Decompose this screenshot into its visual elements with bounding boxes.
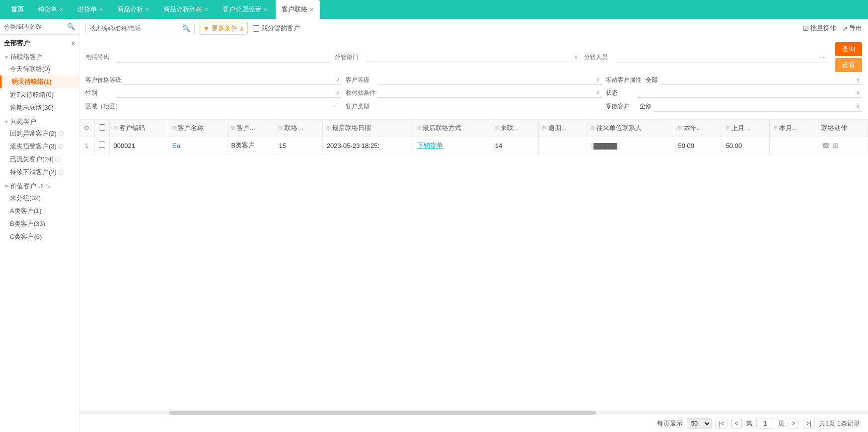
col-overdue[interactable]: ≡ 逾期...	[539, 120, 586, 137]
sidebar-churned[interactable]: 已流失客户(24) ⓘ	[0, 153, 79, 166]
phone-input[interactable]	[117, 52, 331, 63]
gender-select[interactable]: ∨	[117, 88, 342, 98]
more-conditions-btn[interactable]: ▼ 更多条件 ∧	[200, 22, 248, 35]
last-page-btn[interactable]: >|	[803, 419, 815, 429]
toolbar-row: 🔍 ▼ 更多条件 ∧ 我分管的客户 ☑ 批量操作 ↗ 导出	[79, 19, 868, 38]
nav-customer-contact[interactable]: 客户联络 ✕	[276, 0, 320, 19]
value-customers-group[interactable]: ▼ 价值客户 ↺ ✎	[0, 179, 79, 192]
price-level-select[interactable]: ∨	[123, 75, 342, 85]
problem-customers-group[interactable]: ▼ 问题客户	[0, 114, 79, 127]
search-submit-icon[interactable]: 🔍	[182, 25, 190, 32]
nav-customer-tier[interactable]: 客户分层经营 ✕	[217, 0, 274, 19]
sidebar-today-contact[interactable]: 今天待联络(0)	[0, 63, 79, 75]
prev-page-btn[interactable]: <	[731, 419, 742, 429]
sidebar-week-contact[interactable]: 近7天待联络(0)	[0, 88, 79, 101]
pending-contact-group[interactable]: ▼ 待联络客户	[0, 50, 79, 63]
col-this-month-label: ≡ 本月...	[774, 124, 797, 132]
page-input[interactable]	[756, 419, 774, 429]
my-customers-checkbox[interactable]	[253, 25, 259, 32]
sidebar-churn-warning[interactable]: 流失预警客户(3) ⓘ	[0, 140, 79, 153]
my-customers-checkbox-wrap[interactable]: 我分管的客户	[253, 24, 300, 33]
col-this-month[interactable]: ≡ 本月...	[769, 120, 817, 137]
nav-customer-tier-close[interactable]: ✕	[263, 6, 268, 13]
col-last-month[interactable]: ≡ 上月...	[722, 120, 769, 137]
customer-level-select[interactable]: ∨	[377, 75, 602, 85]
sidebar-type-a[interactable]: A类客户(1)	[0, 205, 79, 217]
col-unit-contact[interactable]: ≡ 往来单位联系人	[586, 120, 674, 137]
col-code[interactable]: ≡ 客户编码	[109, 120, 168, 137]
col-type[interactable]: ≡ 客户...	[227, 120, 275, 137]
sidebar-collapse-btn[interactable]: «	[72, 40, 75, 47]
row-not-contacted: 14	[491, 137, 539, 154]
nav-sales-close[interactable]: ✕	[59, 6, 64, 13]
phone-action-icon[interactable]: ☎	[821, 142, 830, 149]
sidebar-search-input[interactable]	[4, 23, 65, 30]
nav-sales[interactable]: 销货单 ✕	[32, 0, 70, 19]
search-input-wrap: 🔍	[85, 23, 195, 34]
action-icons-wrap: ☎ ⊞	[821, 142, 864, 149]
tomorrow-contact-label: 明天待联络(1)	[11, 78, 52, 85]
col-settings[interactable]: ⚙	[79, 120, 94, 137]
nav-customer-contact-close[interactable]: ✕	[309, 6, 314, 13]
col-this-year[interactable]: ≡ 本年...	[674, 120, 722, 137]
col-contact[interactable]: ≡ 联络...	[275, 120, 322, 137]
region-dots: ···	[332, 102, 340, 110]
retail-attr-select[interactable]: ∨	[659, 75, 862, 85]
per-page-select[interactable]: 50 100 200	[687, 418, 712, 429]
nav-home[interactable]: 首页	[5, 0, 30, 19]
col-name[interactable]: ≡ 客户名称	[168, 120, 227, 137]
set-button[interactable]: 设置	[835, 58, 862, 72]
sidebar-type-b[interactable]: B类客户(33)	[0, 217, 79, 230]
region-select[interactable]: ···	[123, 101, 342, 112]
sidebar-declining[interactable]: 持续下滑客户(2) ⓘ	[0, 166, 79, 179]
page-suffix: 页	[778, 419, 785, 428]
row-name[interactable]: Ea	[168, 137, 227, 154]
dept-select[interactable]: ∨	[366, 52, 580, 62]
manager-select[interactable]: ···	[616, 52, 829, 63]
sidebar-type-c[interactable]: C类客户(6)	[0, 230, 79, 243]
settings-gear-icon[interactable]: ⚙	[83, 124, 90, 132]
ungrouped-label: 未分组(32)	[10, 194, 41, 202]
export-btn[interactable]: ↗ 导出	[842, 24, 862, 33]
nav-product-analysis-close[interactable]: ✕	[145, 6, 149, 13]
first-page-btn[interactable]: |<	[716, 419, 727, 429]
search-input[interactable]	[90, 25, 180, 32]
value-triangle: ▼	[4, 184, 9, 189]
row-checkbox[interactable]	[99, 142, 105, 148]
unit-contact-tag: ██████	[590, 143, 620, 149]
query-button[interactable]: 查询	[835, 42, 862, 56]
scrollbar-thumb[interactable]	[169, 411, 596, 415]
nav-purchase-close[interactable]: ✕	[99, 6, 103, 13]
nav-product-list-close[interactable]: ✕	[204, 6, 209, 13]
nav-purchase[interactable]: 进货单 ✕	[72, 0, 109, 19]
sidebar-tomorrow-contact[interactable]: 明天待联络(1)	[0, 75, 79, 88]
payment-select[interactable]: ∨	[377, 88, 602, 98]
batch-ops-btn[interactable]: ☑ 批量操作	[803, 24, 836, 33]
row-last-month: 50.00	[722, 137, 769, 154]
select-all-checkbox[interactable]	[99, 124, 105, 131]
last-method-link[interactable]: 下销货单	[417, 142, 443, 149]
horizontal-scrollbar[interactable]	[79, 410, 868, 415]
sidebar-ungrouped[interactable]: 未分组(32)	[0, 192, 79, 205]
value-refresh-icon[interactable]: ↺	[38, 182, 44, 190]
checkbox-icon: ☑	[803, 25, 809, 32]
col-last-method[interactable]: ≡ 最后联络方式	[413, 120, 491, 137]
nav-product-analysis[interactable]: 商品分析 ✕	[111, 0, 155, 19]
row-last-method[interactable]: 下销货单	[413, 137, 491, 154]
nav-product-list[interactable]: 商品分析列表 ✕	[157, 0, 215, 19]
value-edit-icon[interactable]: ✎	[45, 182, 51, 190]
col-last-date[interactable]: ≡ 最后联络日期	[322, 120, 413, 137]
sidebar-repurchase-abnormal[interactable]: 回购异常客户(2) ⓘ	[0, 127, 79, 140]
grid-action-icon[interactable]: ⊞	[833, 142, 839, 149]
sidebar-search-icon[interactable]: 🔍	[67, 23, 75, 30]
col-overdue-label: ≡ 逾期...	[543, 124, 567, 132]
col-not-contacted[interactable]: ≡ 未联...	[491, 120, 539, 137]
sidebar-overdue-contact[interactable]: 逾期未联络(30)	[0, 101, 79, 114]
col-action-label: 联络动作	[821, 124, 847, 132]
problem-triangle: ▼	[4, 119, 9, 125]
repurchase-label: 回购异常客户(2)	[10, 130, 57, 137]
retail-customer-select[interactable]: ∨	[653, 102, 862, 112]
next-page-btn[interactable]: >	[789, 419, 799, 429]
customer-type-select[interactable]	[377, 105, 602, 108]
status-select[interactable]: ∨	[638, 88, 862, 98]
